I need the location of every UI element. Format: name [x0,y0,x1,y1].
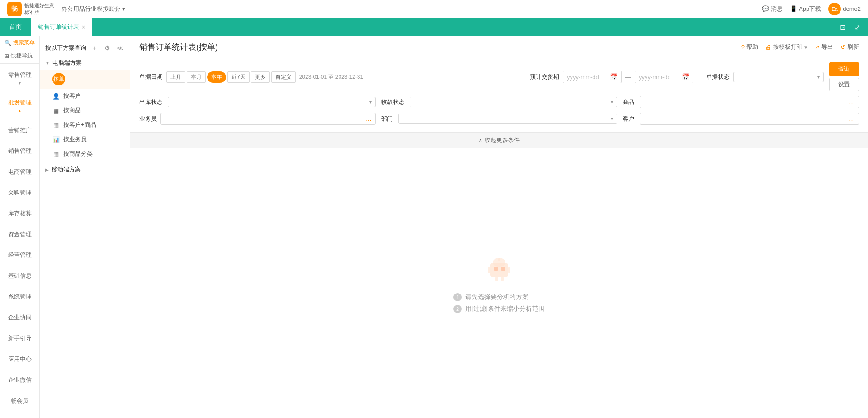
hint-num-2: 2 [453,305,462,313]
topbar-right: 💬 消息 📱 App下载 Ea demo2 [762,3,861,15]
date-btn-more[interactable]: 更多 [251,71,270,83]
sidebar-item-ecommerce[interactable]: 电商管理 [0,162,39,182]
date-btn-7days[interactable]: 近7天 [227,71,250,83]
payment-label: 收款状态 [381,98,406,106]
query-button[interactable]: 查询 [829,62,859,76]
sidebar-item-basic[interactable]: 基础信息 [0,266,39,286]
filter-panel: 按以下方案查询 + ⚙ ≪ ▼ 电脑端方案 按单 [40,36,130,418]
salesperson-input[interactable]: … [160,113,376,125]
sidebar-item-label: 应用中心 [0,355,39,363]
app-download-action[interactable]: 📱 App下载 [790,5,821,13]
window-minimize-button[interactable]: ⊡ [837,22,848,33]
calendar-icon: 📅 [610,73,618,81]
sidebar-item-sales[interactable]: 销售管理 [0,141,39,162]
expected-date-start-placeholder: yyyy-mm-dd [567,74,599,81]
date-btn-this-month[interactable]: 本月 [187,71,206,83]
tab-active[interactable]: 销售订单统计表 × [31,18,92,36]
customer-input-area: … [640,113,859,125]
goods-input[interactable]: … [640,96,859,108]
customer-input[interactable]: … [640,113,859,125]
print-icon: 🖨 [765,44,771,51]
window-maximize-button[interactable]: ⤢ [852,22,863,33]
settings-scheme-button[interactable]: ⚙ [103,43,112,52]
sidebar-item-retail[interactable]: 零售管理 ▾ [0,65,39,92]
sidebar-item-member[interactable]: 畅会员 [0,390,39,411]
filter-item-by-order[interactable]: 按单 [40,70,130,89]
sidebar-search[interactable]: 🔍 搜索菜单 [0,36,39,49]
content-area: 按以下方案查询 + ⚙ ≪ ▼ 电脑端方案 按单 [40,36,868,418]
export-button[interactable]: ↗ 导出 [815,43,833,51]
chevron-down-icon: ▾ [19,81,21,86]
department-label: 部门 [381,115,395,123]
logo-box: 畅 畅捷通好生意 标准版 [7,2,54,16]
company-selector[interactable]: 办公用品行业模拟账套 ▾ [58,5,129,13]
payment-select[interactable]: ▾ [410,97,618,107]
sidebar-item-operation[interactable]: 经营管理 [0,245,39,266]
print-button[interactable]: 🖨 按模板打印 ▾ [765,43,807,51]
topbar: 畅 畅捷通好生意 标准版 办公用品行业模拟账套 ▾ 💬 消息 📱 App下载 E… [0,0,868,18]
user-action[interactable]: Ea demo2 [828,3,861,15]
sidebar-quicknav[interactable]: ⊞ 快捷导航 [0,49,39,62]
search-icon: 🔍 [5,40,11,46]
date-btn-this-year[interactable]: 本年 [207,71,226,83]
sidebar-item-finance[interactable]: 资金管理 [0,224,39,245]
sidebar-item-purchase[interactable]: 采购管理 [0,182,39,203]
filter-item-by-category[interactable]: ▦ 按商品分类 [40,147,130,161]
help-button[interactable]: ? 帮助 [741,43,758,51]
collapse-panel-button[interactable]: ≪ [115,43,124,52]
shipment-label: 出库状态 [139,98,164,106]
svg-rect-6 [501,277,504,281]
salesperson-ellipsis[interactable]: … [366,115,372,122]
settings-button[interactable]: 设置 [829,78,859,91]
filter-item-by-customer[interactable]: 👤 按客户 [40,89,130,103]
message-action[interactable]: 💬 消息 [762,5,783,13]
filter-item-by-salesperson[interactable]: 📊 按业务员 [40,132,130,147]
action-buttons: 查询 设置 [829,62,859,91]
date-btn-last-month[interactable]: 上月 [166,71,185,83]
nav-icon: ⊞ [5,53,9,59]
sidebar-item-inventory[interactable]: 库存核算 [0,203,39,224]
tab-close-icon[interactable]: × [82,24,85,30]
expected-date-end-placeholder: yyyy-mm-dd [639,74,671,81]
refresh-icon: ↺ [840,44,845,51]
date-btn-custom[interactable]: 自定义 [271,71,296,83]
expected-date-label: 预计交货期 [530,73,559,81]
sidebar-item-wechat[interactable]: 企业微信 [0,370,39,390]
logo-text: 畅捷通好生意 标准版 [24,2,54,15]
sidebar-item-label: 企业微信 [0,376,39,384]
expected-date-end-input[interactable]: yyyy-mm-dd 📅 [635,71,693,83]
filter-item-by-goods[interactable]: ▦ 按商品 [40,103,130,118]
add-scheme-button[interactable]: + [90,43,99,52]
refresh-button[interactable]: ↺ 刷新 [840,43,859,51]
main-layout: 🔍 搜索菜单 ⊞ 快捷导航 零售管理 ▾ 批发管理 ▴ 营销推广 销售管理 电商… [0,36,868,418]
expected-date-start-input[interactable]: yyyy-mm-dd 📅 [563,71,622,83]
goods-label: 商品 [623,98,636,106]
sidebar-item-cooperation[interactable]: 企业协同 [0,307,39,328]
salesperson-group: 业务员 … [139,113,376,125]
status-select[interactable]: ▾ [733,72,824,82]
filter-section-pc: ▼ 电脑端方案 按单 👤 按客户 ▦ 按商品 ▦ [40,56,130,161]
shipment-select[interactable]: ▾ [168,97,376,107]
sidebar-item-label: 系统管理 [0,293,39,301]
filter-item-by-customer-goods[interactable]: ▦ 按客户+商品 [40,118,130,132]
tab-home[interactable]: 首页 [0,18,31,36]
customer-ellipsis[interactable]: … [849,115,855,122]
date-quick-buttons: 上月 本月 本年 近7天 更多 自定义 [166,71,296,83]
sidebar-item-marketing[interactable]: 营销推广 [0,120,39,141]
tabbar: 首页 销售订单统计表 × ⊡ ⤢ [0,18,868,36]
collapse-conditions-button[interactable]: ∧ 收起更多条件 [130,132,868,148]
department-select[interactable]: ▾ [398,114,618,124]
sidebar-item-newguide[interactable]: 新手引导 [0,328,39,349]
filter-section-pc-title[interactable]: ▼ 电脑端方案 [40,56,130,70]
goods-ellipsis[interactable]: … [849,99,855,105]
sidebar-item-system[interactable]: 系统管理 [0,286,39,307]
svg-rect-2 [501,267,505,271]
status-field-group: 单据状态 ▾ [706,72,824,82]
sidebar-item-label: 批发管理 [0,99,39,107]
tabbar-controls: ⊡ ⤢ [837,22,868,33]
main-right: 销售订单统计表(按单) ? 帮助 🖨 按模板打印 ▾ ↗ [130,36,868,418]
sidebar-item-wholesale[interactable]: 批发管理 ▴ [0,92,39,120]
sidebar-item-appcenter[interactable]: 应用中心 [0,349,39,370]
filter-section-mobile-title[interactable]: ▶ 移动端方案 [40,163,130,176]
message-icon: 💬 [762,5,769,12]
